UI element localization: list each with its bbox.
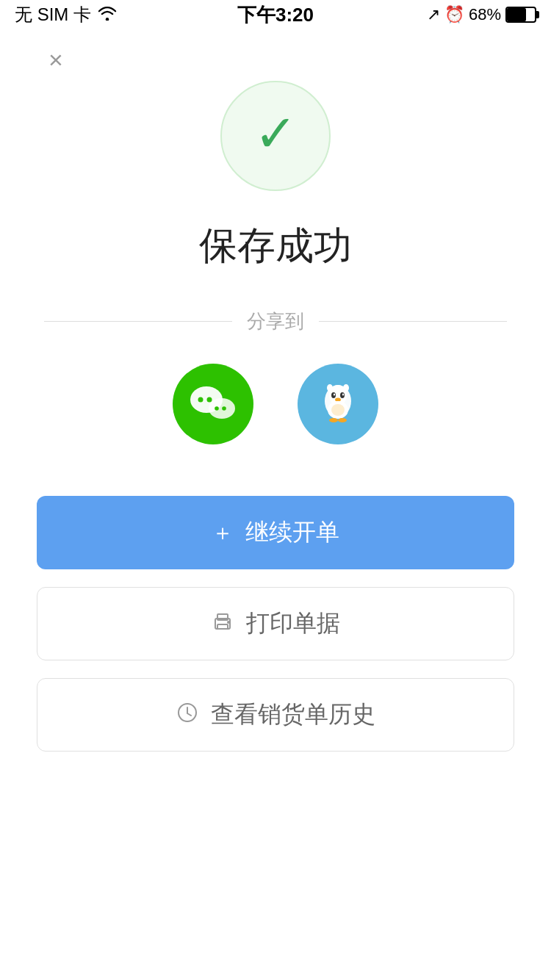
success-title: 保存成功: [199, 220, 352, 272]
share-icons: [173, 364, 378, 444]
svg-point-5: [222, 406, 226, 411]
close-button[interactable]: ×: [37, 40, 75, 79]
share-wechat-button[interactable]: [173, 364, 253, 444]
divider-left: [44, 321, 232, 322]
svg-point-8: [331, 392, 336, 398]
checkmark-icon: ✓: [254, 108, 298, 159]
svg-point-17: [327, 384, 333, 392]
svg-point-1: [198, 397, 204, 403]
svg-point-10: [334, 394, 335, 396]
status-carrier: 无 SIM 卡: [15, 3, 118, 26]
svg-point-14: [329, 418, 338, 422]
share-label: 分享到: [232, 309, 319, 334]
battery-percentage: 68%: [469, 5, 501, 24]
print-icon: [211, 610, 234, 638]
history-button[interactable]: 查看销货单历史: [37, 678, 514, 752]
divider-right: [319, 321, 507, 322]
continue-button[interactable]: ＋ 继续开单: [37, 496, 514, 569]
history-icon: [176, 701, 199, 729]
svg-point-3: [209, 398, 235, 419]
svg-point-9: [340, 392, 345, 398]
close-icon: ×: [48, 47, 63, 72]
history-label: 查看销货单历史: [211, 699, 375, 731]
action-buttons: ＋ 继续开单 打印单据 查看销货单历史: [0, 496, 551, 752]
alarm-icon: ⏰: [444, 5, 464, 24]
svg-point-2: [207, 397, 212, 403]
svg-point-11: [342, 394, 344, 396]
wifi-icon: [97, 4, 118, 25]
share-divider: 分享到: [0, 309, 551, 334]
status-right-icons: ↗ ⏰ 68%: [427, 5, 536, 24]
svg-point-15: [338, 418, 347, 422]
svg-point-16: [331, 404, 345, 416]
print-button[interactable]: 打印单据: [37, 587, 514, 660]
qq-icon: [316, 379, 360, 429]
svg-rect-21: [217, 624, 228, 629]
svg-point-22: [227, 621, 230, 624]
print-label: 打印单据: [246, 608, 340, 640]
location-icon: ↗: [427, 5, 440, 24]
main-content: ✓ 保存成功 分享到: [0, 29, 551, 752]
status-time: 下午3:20: [237, 2, 314, 28]
share-qq-button[interactable]: [298, 364, 378, 444]
svg-point-12: [335, 398, 341, 402]
continue-icon: ＋: [212, 518, 234, 548]
status-bar: 无 SIM 卡 下午3:20 ↗ ⏰ 68%: [0, 0, 551, 29]
svg-point-4: [215, 406, 219, 411]
success-circle: ✓: [220, 81, 331, 191]
wechat-icon: [187, 382, 239, 426]
continue-label: 继续开单: [245, 516, 339, 549]
battery-icon: [505, 7, 536, 23]
svg-point-18: [343, 384, 349, 392]
